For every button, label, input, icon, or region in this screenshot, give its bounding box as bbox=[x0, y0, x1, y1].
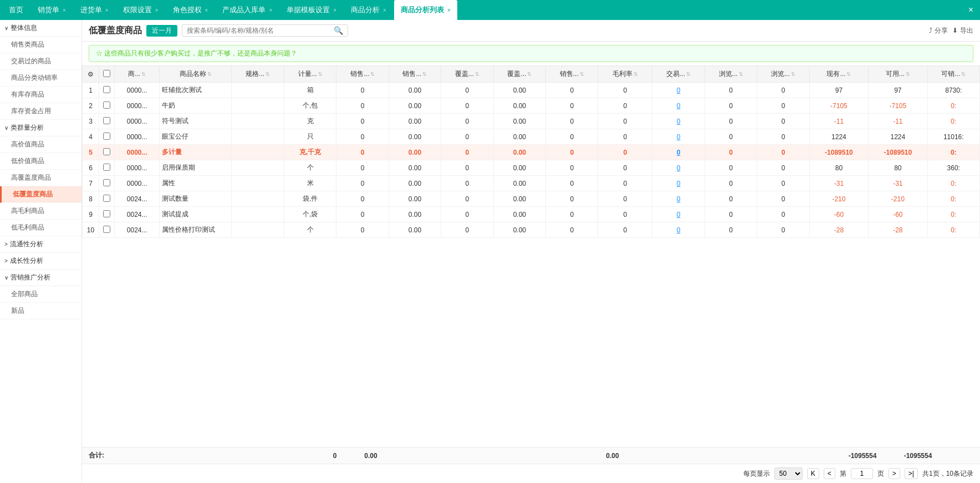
row-checkbox[interactable] bbox=[103, 226, 110, 233]
nav-tab-sales[interactable]: 销货单 × bbox=[31, 0, 73, 20]
sidebar-item-low-margin[interactable]: 低毛利商品 bbox=[0, 220, 81, 236]
close-icon[interactable]: × bbox=[205, 7, 208, 13]
col-views2[interactable]: 浏览...⇅ bbox=[757, 66, 809, 83]
cell-sales-rate: 0 bbox=[546, 191, 598, 207]
cell-name: 旺辅批次测试 bbox=[160, 83, 232, 98]
sidebar-item-stock-capital[interactable]: 库存资金占用 bbox=[0, 103, 81, 120]
close-icon[interactable]: × bbox=[333, 7, 336, 13]
sidebar-item-new-goods[interactable]: 新品 bbox=[0, 303, 81, 319]
sidebar-item-low-coverage[interactable]: 低覆盖度商品 bbox=[0, 186, 81, 203]
window-close-button[interactable]: × bbox=[964, 5, 978, 15]
sidebar-item-high-value[interactable]: 高价值商品 bbox=[0, 136, 81, 153]
row-checkbox[interactable] bbox=[103, 133, 110, 140]
nav-tab-analysis-list[interactable]: 商品分析列表 × bbox=[394, 0, 457, 20]
cell-checkbox[interactable] bbox=[99, 114, 115, 129]
select-all-checkbox[interactable] bbox=[103, 70, 110, 77]
cell-transaction[interactable]: 0 bbox=[652, 83, 705, 98]
nav-tab-role[interactable]: 角色授权 × bbox=[166, 0, 215, 20]
cell-transaction[interactable]: 0 bbox=[652, 222, 705, 238]
close-icon[interactable]: × bbox=[383, 7, 386, 13]
sidebar-section-circulation[interactable]: > 流通性分析 bbox=[0, 236, 81, 253]
cell-transaction[interactable]: 0 bbox=[652, 145, 705, 160]
col-name[interactable]: 商品名称⇅ bbox=[160, 66, 232, 83]
close-icon[interactable]: × bbox=[155, 7, 159, 13]
first-page-button[interactable]: K bbox=[807, 468, 819, 479]
cell-checkbox[interactable] bbox=[99, 207, 115, 222]
cell-checkbox[interactable] bbox=[99, 222, 115, 238]
per-page-select[interactable]: 50 10 20 100 bbox=[774, 467, 803, 480]
row-checkbox[interactable] bbox=[103, 86, 110, 93]
col-sales-amount[interactable]: 销售...⇅ bbox=[389, 66, 441, 83]
col-sales-count[interactable]: 销售...⇅ bbox=[336, 66, 389, 83]
col-code[interactable]: 商...⇅ bbox=[115, 66, 160, 83]
col-stock-available[interactable]: 可用...⇅ bbox=[869, 66, 927, 83]
close-icon[interactable]: × bbox=[269, 7, 272, 13]
col-gross-margin[interactable]: 毛利率⇅ bbox=[598, 66, 652, 83]
cell-checkbox[interactable] bbox=[99, 191, 115, 207]
search-icon[interactable]: 🔍 bbox=[334, 26, 343, 35]
nav-tab-product-stock[interactable]: 产成品入库单 × bbox=[216, 0, 279, 20]
row-checkbox[interactable] bbox=[103, 164, 110, 171]
prev-page-button[interactable]: < bbox=[824, 468, 835, 479]
col-views1[interactable]: 浏览...⇅ bbox=[705, 66, 757, 83]
cell-transaction[interactable]: 0 bbox=[652, 114, 705, 129]
col-transaction[interactable]: 交易...⇅ bbox=[652, 66, 705, 83]
nav-tab-analysis[interactable]: 商品分析 × bbox=[344, 0, 393, 20]
sidebar-section-cluster[interactable]: ∨ 类群量分析 bbox=[0, 120, 81, 136]
share-button[interactable]: ⤴ 分享 bbox=[929, 26, 948, 35]
last-page-button[interactable]: >| bbox=[905, 468, 918, 479]
cell-checkbox[interactable] bbox=[99, 176, 115, 191]
sidebar-section-overall[interactable]: ∨ 整体信息 bbox=[0, 20, 81, 37]
next-page-button[interactable]: > bbox=[889, 468, 900, 479]
cell-checkbox[interactable] bbox=[99, 98, 115, 114]
cell-coverage2: 0.00 bbox=[493, 176, 545, 191]
row-checkbox[interactable] bbox=[103, 210, 110, 217]
table-wrapper[interactable]: ⚙ 商...⇅ 商品名称⇅ 规格...⇅ 计量...⇅ 销售...⇅ 销售...… bbox=[82, 65, 980, 447]
sidebar-section-growth[interactable]: > 成长性分析 bbox=[0, 253, 81, 270]
cell-transaction[interactable]: 0 bbox=[652, 191, 705, 207]
col-settings[interactable]: ⚙ bbox=[83, 66, 99, 83]
row-checkbox[interactable] bbox=[103, 195, 110, 202]
sidebar-section-marketing[interactable]: ∨ 营销推广分析 bbox=[0, 270, 81, 286]
cell-transaction[interactable]: 0 bbox=[652, 176, 705, 191]
row-checkbox[interactable] bbox=[103, 148, 110, 155]
col-coverage2[interactable]: 覆盖...⇅ bbox=[493, 66, 545, 83]
period-button[interactable]: 近一月 bbox=[146, 25, 177, 37]
nav-tab-purchase[interactable]: 进货单 × bbox=[74, 0, 115, 20]
export-button[interactable]: ⬇ 导出 bbox=[952, 26, 973, 35]
sidebar-item-category-sales-rate[interactable]: 商品分类动销率 bbox=[0, 70, 81, 87]
page-input[interactable] bbox=[851, 468, 873, 479]
close-icon[interactable]: × bbox=[105, 7, 109, 13]
sidebar-item-traded-goods[interactable]: 交易过的商品 bbox=[0, 53, 81, 70]
sidebar-item-sales-goods[interactable]: 销售类商品 bbox=[0, 37, 81, 53]
cell-transaction[interactable]: 0 bbox=[652, 207, 705, 222]
cell-transaction[interactable]: 0 bbox=[652, 129, 705, 145]
nav-tab-template[interactable]: 单据模板设置 × bbox=[280, 0, 343, 20]
sidebar-item-low-value[interactable]: 低价值商品 bbox=[0, 153, 81, 170]
col-sales-rate[interactable]: 销售...⇅ bbox=[546, 66, 598, 83]
nav-tab-home[interactable]: 首页 bbox=[2, 0, 30, 20]
cell-checkbox[interactable] bbox=[99, 145, 115, 160]
cell-transaction[interactable]: 0 bbox=[652, 98, 705, 114]
nav-tab-permission[interactable]: 权限设置 × bbox=[116, 0, 165, 20]
sidebar-item-goods-in-stock[interactable]: 有库存商品 bbox=[0, 87, 81, 103]
row-checkbox[interactable] bbox=[103, 101, 110, 109]
search-input[interactable] bbox=[187, 27, 331, 34]
cell-checkbox[interactable] bbox=[99, 83, 115, 98]
col-coverage1[interactable]: 覆盖...⇅ bbox=[441, 66, 493, 83]
col-spec[interactable]: 规格...⇅ bbox=[232, 66, 284, 83]
col-checkbox[interactable] bbox=[99, 66, 115, 83]
row-checkbox[interactable] bbox=[103, 179, 110, 186]
sidebar-item-all-goods[interactable]: 全部商品 bbox=[0, 286, 81, 303]
row-checkbox[interactable] bbox=[103, 117, 110, 124]
col-unit[interactable]: 计量...⇅ bbox=[284, 66, 336, 83]
close-icon[interactable]: × bbox=[63, 7, 66, 13]
cell-checkbox[interactable] bbox=[99, 129, 115, 145]
close-icon[interactable]: × bbox=[447, 7, 451, 13]
cell-checkbox[interactable] bbox=[99, 160, 115, 176]
cell-transaction[interactable]: 0 bbox=[652, 160, 705, 176]
sidebar-item-high-margin[interactable]: 高毛利商品 bbox=[0, 203, 81, 220]
col-stock-current[interactable]: 现有...⇅ bbox=[809, 66, 868, 83]
sidebar-item-high-coverage[interactable]: 高覆盖度商品 bbox=[0, 170, 81, 186]
col-stock-saleable[interactable]: 可销...⇅ bbox=[927, 66, 980, 83]
